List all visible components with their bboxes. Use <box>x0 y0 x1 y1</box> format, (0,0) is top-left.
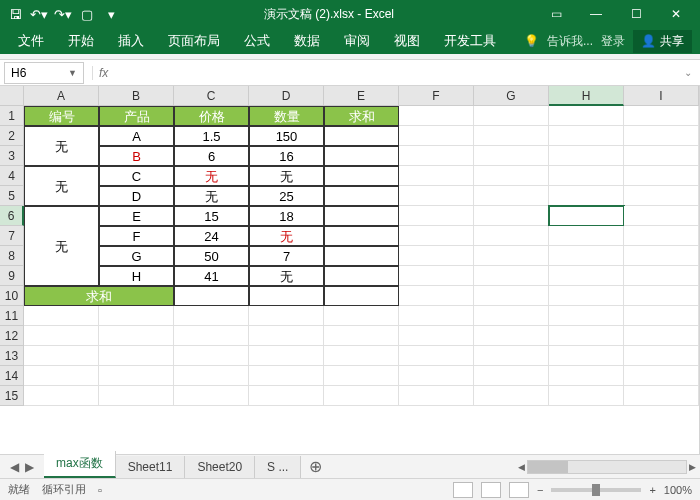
col-header-G[interactable]: G <box>474 86 549 106</box>
cell-E10[interactable] <box>324 286 399 306</box>
cell-A6-A9[interactable]: 无 <box>24 206 99 286</box>
row-header-8[interactable]: 8 <box>0 246 24 266</box>
cell-G4[interactable] <box>474 166 549 186</box>
cell-G7[interactable] <box>474 226 549 246</box>
col-header-B[interactable]: B <box>99 86 174 106</box>
cell-I2[interactable] <box>624 126 699 146</box>
cell-G6[interactable] <box>474 206 549 226</box>
row-header-3[interactable]: 3 <box>0 146 24 166</box>
hscroll-left-icon[interactable]: ◀ <box>518 462 525 472</box>
cell-H6[interactable] <box>549 206 624 226</box>
cell-C7[interactable]: 24 <box>174 226 249 246</box>
col-header-D[interactable]: D <box>249 86 324 106</box>
save-icon[interactable]: 🖫 <box>4 3 26 25</box>
sheet-tab-sheet20[interactable]: Sheet20 <box>185 456 255 478</box>
tab-review[interactable]: 审阅 <box>334 28 380 54</box>
col-header-H[interactable]: H <box>549 86 624 106</box>
sheet-tab-more[interactable]: S ... <box>255 456 301 478</box>
tab-developer[interactable]: 开发工具 <box>434 28 506 54</box>
row-header-7[interactable]: 7 <box>0 226 24 246</box>
new-file-icon[interactable]: ▢ <box>76 3 98 25</box>
cell-D3[interactable]: 16 <box>249 146 324 166</box>
undo-icon[interactable]: ↶▾ <box>28 3 50 25</box>
cell-C5[interactable]: 无 <box>174 186 249 206</box>
row-header-5[interactable]: 5 <box>0 186 24 206</box>
cell-F5[interactable] <box>399 186 474 206</box>
cell-B8[interactable]: G <box>99 246 174 266</box>
spreadsheet-grid[interactable]: A B C D E F G H I 1 编号 产品 价格 数量 求和 2 无 A… <box>0 86 699 454</box>
cell-I1[interactable] <box>624 106 699 126</box>
row-header-12[interactable]: 12 <box>0 326 24 346</box>
sheet-tab-maxfn[interactable]: max函数 <box>44 451 116 478</box>
cell-F1[interactable] <box>399 106 474 126</box>
cell-I5[interactable] <box>624 186 699 206</box>
cell-H8[interactable] <box>549 246 624 266</box>
cell-C3[interactable]: 6 <box>174 146 249 166</box>
cell-G1[interactable] <box>474 106 549 126</box>
row-header-6[interactable]: 6 <box>0 206 24 226</box>
cell-H7[interactable] <box>549 226 624 246</box>
cell-I7[interactable] <box>624 226 699 246</box>
cell-G8[interactable] <box>474 246 549 266</box>
cell-D7[interactable]: 无 <box>249 226 324 246</box>
cell-H9[interactable] <box>549 266 624 286</box>
cell-E3[interactable] <box>324 146 399 166</box>
tab-home[interactable]: 开始 <box>58 28 104 54</box>
cell-E7[interactable] <box>324 226 399 246</box>
zoom-in-icon[interactable]: + <box>649 484 655 496</box>
col-header-C[interactable]: C <box>174 86 249 106</box>
cell-G2[interactable] <box>474 126 549 146</box>
cell-D6[interactable]: 18 <box>249 206 324 226</box>
cell-G10[interactable] <box>474 286 549 306</box>
cell-D9[interactable]: 无 <box>249 266 324 286</box>
cell-F2[interactable] <box>399 126 474 146</box>
row-header-11[interactable]: 11 <box>0 306 24 326</box>
tellme-text[interactable]: 告诉我... <box>547 33 593 50</box>
cell-A2-A3[interactable]: 无 <box>24 126 99 166</box>
close-icon[interactable]: ✕ <box>656 0 696 28</box>
tellme-icon[interactable]: 💡 <box>524 34 539 48</box>
cell-I4[interactable] <box>624 166 699 186</box>
cell-H3[interactable] <box>549 146 624 166</box>
cell-D5[interactable]: 25 <box>249 186 324 206</box>
cell-H5[interactable] <box>549 186 624 206</box>
cell-C9[interactable]: 41 <box>174 266 249 286</box>
col-header-F[interactable]: F <box>399 86 474 106</box>
cell-H1[interactable] <box>549 106 624 126</box>
share-button[interactable]: 👤 共享 <box>633 30 692 53</box>
col-header-E[interactable]: E <box>324 86 399 106</box>
cell-B4[interactable]: C <box>99 166 174 186</box>
cell-I8[interactable] <box>624 246 699 266</box>
row-header-9[interactable]: 9 <box>0 266 24 286</box>
hscroll-right-icon[interactable]: ▶ <box>689 462 696 472</box>
cell-C6[interactable]: 15 <box>174 206 249 226</box>
cell-B5[interactable]: D <box>99 186 174 206</box>
cell-I6[interactable] <box>624 206 699 226</box>
col-header-A[interactable]: A <box>24 86 99 106</box>
name-box[interactable]: H6 ▼ <box>4 62 84 84</box>
cell-I9[interactable] <box>624 266 699 286</box>
zoom-level[interactable]: 100% <box>664 484 692 496</box>
cell-D2[interactable]: 150 <box>249 126 324 146</box>
cell-B7[interactable]: F <box>99 226 174 246</box>
zoom-out-icon[interactable]: − <box>537 484 543 496</box>
cell-I10[interactable] <box>624 286 699 306</box>
cell-A10-B10[interactable]: 求和 <box>24 286 174 306</box>
cell-F6[interactable] <box>399 206 474 226</box>
tab-pagelayout[interactable]: 页面布局 <box>158 28 230 54</box>
cell-I3[interactable] <box>624 146 699 166</box>
cell-D8[interactable]: 7 <box>249 246 324 266</box>
cell-D10[interactable] <box>249 286 324 306</box>
sheet-nav-next-icon[interactable]: ▶ <box>25 460 34 474</box>
sheet-nav-prev-icon[interactable]: ◀ <box>10 460 19 474</box>
cell-B2[interactable]: A <box>99 126 174 146</box>
horizontal-scrollbar[interactable] <box>527 460 687 474</box>
cell-C1[interactable]: 价格 <box>174 106 249 126</box>
cell-C2[interactable]: 1.5 <box>174 126 249 146</box>
row-header-15[interactable]: 15 <box>0 386 24 406</box>
cell-G5[interactable] <box>474 186 549 206</box>
cell-F10[interactable] <box>399 286 474 306</box>
formula-bar-expand-icon[interactable]: ⌄ <box>676 67 700 78</box>
cell-G9[interactable] <box>474 266 549 286</box>
ribbon-options-icon[interactable]: ▭ <box>536 0 576 28</box>
